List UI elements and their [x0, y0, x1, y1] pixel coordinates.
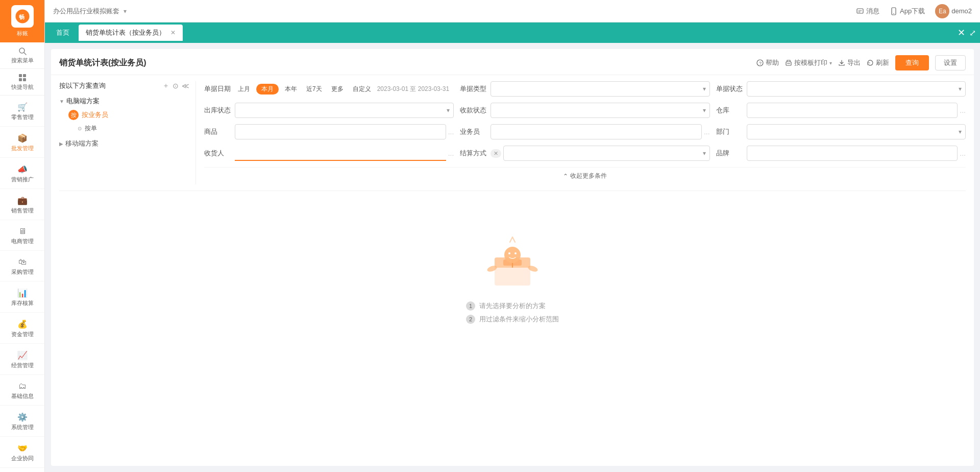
receiver-input[interactable] — [235, 146, 446, 161]
sidebar-item-system[interactable]: ⚙️ 系统管理 — [0, 406, 44, 437]
doc-status-select[interactable] — [747, 81, 966, 97]
logo-text: 标账 — [17, 30, 28, 37]
collapse-button[interactable]: ⌃ 收起更多条件 — [204, 167, 966, 184]
filter-scheme-panel: 按以下方案查询 ＋ ⊙ ≪ ▼ 电脑端方案 — [59, 81, 196, 184]
message-button[interactable]: 消息 — [856, 7, 879, 16]
collapse-scheme-button[interactable]: ≪ — [182, 82, 189, 90]
empty-tips: 1 请先选择要分析的方案 2 用过滤条件来缩小分析范围 — [466, 301, 559, 324]
sidebar-item-ecom[interactable]: 🖥 电商管理 — [0, 220, 44, 251]
svg-text:?: ? — [759, 61, 762, 66]
sidebar-quicknav[interactable]: 快捷导航 — [0, 69, 44, 96]
date-btn-custom[interactable]: 自定义 — [350, 84, 374, 95]
date-btn-this-year[interactable]: 本年 — [282, 84, 300, 95]
sidebar-item-finance[interactable]: 💰 资金管理 — [0, 313, 44, 344]
topbar-dropdown-arrow[interactable]: ▾ — [124, 8, 127, 15]
tab-close-all-button[interactable]: ✕ — [958, 27, 965, 38]
export-button[interactable]: 导出 — [838, 58, 861, 67]
sidebar-item-corp[interactable]: 🤝 企业协同 — [0, 437, 44, 468]
svg-line-3 — [24, 53, 26, 55]
sidebar-item-purchase[interactable]: 🛍 采购管理 — [0, 251, 44, 281]
system-icon: ⚙️ — [17, 412, 28, 422]
tab-sales-stat[interactable]: 销货单统计表（按业务员） ✕ — [79, 25, 183, 41]
tab-close-button[interactable]: ✕ — [170, 29, 176, 36]
filter-row-2: 出库状态 收款状态 — [204, 103, 966, 118]
sidebar-item-sales[interactable]: 💼 销售管理 — [0, 189, 44, 220]
payment-select-wrapper — [503, 146, 709, 161]
svg-rect-6 — [19, 78, 22, 81]
receipt-status-select[interactable] — [491, 103, 709, 118]
date-btn-7days[interactable]: 近7天 — [303, 84, 325, 95]
date-btn-more[interactable]: 更多 — [328, 84, 347, 95]
page-container: 销货单统计表(按业务员) ? 帮助 按模板打印 ▾ 导出 — [51, 49, 974, 466]
add-scheme-button[interactable]: ＋ — [162, 81, 169, 90]
payment-tag-x[interactable]: ✕ — [494, 150, 498, 157]
svg-rect-14 — [787, 63, 790, 64]
sidebar-item-wholesale[interactable]: 📦 批发管理 — [0, 127, 44, 158]
help-label: 帮助 — [766, 58, 779, 67]
refresh-icon — [867, 59, 874, 66]
mobile-scheme-label: 移动端方案 — [65, 139, 99, 148]
dept-select[interactable] — [747, 124, 966, 139]
settings-button[interactable]: 设置 — [935, 55, 966, 70]
tip-num-1: 1 — [466, 301, 475, 311]
tip-text-2: 用过滤条件来缩小分析范围 — [479, 315, 559, 324]
brand-input[interactable] — [747, 146, 958, 161]
salesman-input[interactable] — [491, 124, 702, 139]
user-avatar-area[interactable]: Ea demo2 — [935, 4, 972, 18]
query-button[interactable]: 查询 — [895, 55, 929, 70]
sidebar-item-ops[interactable]: 📈 经营管理 — [0, 344, 44, 375]
tab-home[interactable]: 首页 — [49, 25, 77, 41]
goods-ellipsis[interactable]: ... — [448, 128, 454, 136]
refresh-button[interactable]: 刷新 — [867, 58, 889, 67]
doc-type-select[interactable] — [491, 81, 709, 97]
sidebar-item-inventory[interactable]: 📊 库存核算 — [0, 281, 44, 313]
edit-scheme-button[interactable]: ⊙ — [173, 82, 179, 90]
svg-rect-7 — [23, 78, 26, 81]
receipt-status-label: 收款状态 — [460, 106, 486, 115]
main-area: 办公用品行业模拟账套 ▾ 消息 App下载 Ea demo2 首页 — [45, 0, 980, 472]
mobile-scheme-group-header[interactable]: ▶ 移动端方案 — [59, 137, 189, 150]
date-range-display: 2023-03-01 至 2023-03-31 — [377, 85, 449, 93]
sidebar-item-base[interactable]: 🗂 基础信息 — [0, 375, 44, 406]
sidebar-item-retail[interactable]: 🛒 零售管理 — [0, 96, 44, 127]
warehouse-ellipsis[interactable]: ... — [960, 106, 966, 114]
sidebar-item-marketing[interactable]: 📣 营销推广 — [0, 158, 44, 189]
collapse-label: 收起更多条件 — [570, 172, 607, 180]
scheme-by-doc[interactable]: ⊙ 按单 — [59, 122, 189, 135]
filter-doc-type-item: 单据类型 — [460, 81, 709, 97]
receiver-ellipsis[interactable]: ... — [448, 149, 454, 157]
marketing-icon: 📣 — [17, 164, 28, 174]
date-label: 单据日期 — [204, 84, 231, 93]
export-icon — [838, 59, 845, 66]
warehouse-input[interactable] — [747, 103, 958, 118]
sub-arrow-icon: ⊙ — [78, 126, 82, 131]
payment-select[interactable] — [503, 146, 709, 161]
sidebar-search-entry[interactable]: 搜索菜单 — [0, 42, 44, 69]
tab-maximize-button[interactable]: ⤢ — [969, 28, 976, 38]
filter-warehouse-item: 仓库 ... — [716, 103, 966, 118]
print-arrow[interactable]: ▾ — [829, 60, 832, 66]
sidebar-item-newbie[interactable]: 🌱 新手引导 — [0, 468, 44, 472]
date-btn-last-month[interactable]: 上月 — [235, 84, 253, 95]
print-button[interactable]: 按模板打印 ▾ — [785, 58, 832, 67]
date-btn-this-month[interactable]: 本月 — [256, 84, 279, 95]
salesman-ellipsis[interactable]: ... — [704, 128, 710, 136]
tip-num-2: 2 — [466, 315, 475, 324]
scheme-by-salesman-label: 按业务员 — [82, 110, 108, 120]
page-title: 销货单统计表(按业务员) — [59, 58, 146, 68]
scheme-tree: ▼ 电脑端方案 按 按业务员 ⊙ 按单 — [59, 95, 189, 150]
app-download-button[interactable]: App下载 — [890, 7, 925, 16]
topbar-left: 办公用品行业模拟账套 ▾ — [53, 7, 127, 16]
out-status-select[interactable] — [235, 103, 454, 118]
print-label: 按模板打印 — [794, 58, 827, 67]
sidebar-logo[interactable]: 畅 标账 — [0, 0, 44, 42]
doc-status-control — [747, 81, 966, 97]
pc-scheme-group-header[interactable]: ▼ 电脑端方案 — [59, 95, 189, 108]
scheme-by-salesman[interactable]: 按 按业务员 — [59, 108, 189, 122]
brand-ellipsis[interactable]: ... — [960, 149, 966, 157]
help-button[interactable]: ? 帮助 — [756, 58, 779, 67]
goods-input[interactable] — [235, 124, 446, 139]
sidebar-item-label: 基础信息 — [11, 392, 34, 400]
receiver-control: ... — [235, 146, 454, 161]
payment-clear-tag[interactable]: ✕ — [491, 149, 501, 158]
